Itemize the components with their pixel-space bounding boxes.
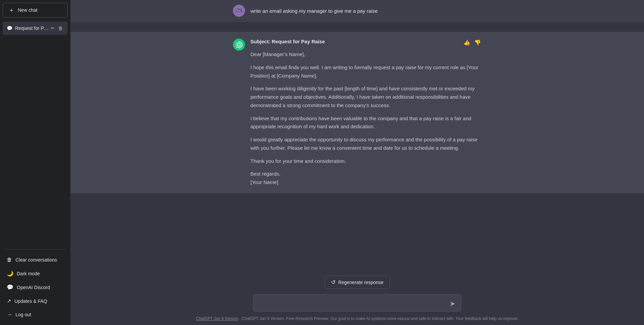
email-paragraph-2: I have been working diligently for the p… xyxy=(250,85,482,109)
discord-label: OpenAI Discord xyxy=(17,285,50,290)
edit-conversation-button[interactable]: ✏ xyxy=(50,25,55,32)
email-paragraph-4: I would greatly appreciate the opportuni… xyxy=(250,136,482,152)
regenerate-button[interactable]: ↺ Regenerate response xyxy=(325,276,390,289)
email-paragraph-0: Dear [Manager's Name], xyxy=(250,50,482,59)
conversation-label: Request for Pay Raise xyxy=(15,26,50,31)
assistant-message: Subject: Request for Pay Raise 👍 👎 Dear … xyxy=(71,32,644,193)
updates-faq-label: Updates & FAQ xyxy=(14,298,47,304)
user-emoji: 🎮 xyxy=(235,7,243,14)
assistant-avatar xyxy=(233,39,245,51)
bottom-area: ↺ Regenerate response ➤ ChatGPT Jan 9 Ve… xyxy=(71,270,644,325)
assistant-header: Subject: Request for Pay Raise 👍 👎 xyxy=(250,39,482,46)
regenerate-label: Regenerate response xyxy=(338,280,384,285)
sidebar-bottom: 🗑 Clear conversations 🌙 Dark mode 💬 Open… xyxy=(0,252,70,325)
delete-conversation-button[interactable]: 🗑 xyxy=(57,25,64,32)
log-out-button[interactable]: → Log out xyxy=(3,308,68,321)
email-paragraph-1: I hope this email finds you well. I am w… xyxy=(250,63,482,80)
user-message-text: write an email asking my manager to give… xyxy=(250,8,378,14)
footer-link[interactable]: ChatGPT Jan 9 Version xyxy=(196,316,238,321)
send-button[interactable]: ➤ xyxy=(448,298,457,309)
plus-icon: ＋ xyxy=(8,7,14,13)
updates-faq-button[interactable]: ↗ Updates & FAQ xyxy=(3,294,68,308)
external-link-icon: ↗ xyxy=(7,298,11,304)
email-body: Dear [Manager's Name], I hope this email… xyxy=(250,50,482,187)
conversations-list: 💬 Request for Pay Raise ✏ 🗑 xyxy=(0,20,70,246)
input-container: ➤ xyxy=(233,294,482,313)
email-paragraph-3: I believe that my contributions have bee… xyxy=(250,114,482,131)
thumbs-up-button[interactable]: 👍 xyxy=(463,39,471,46)
user-avatar: 🎮 xyxy=(233,5,245,17)
dark-mode-button[interactable]: 🌙 Dark mode xyxy=(3,267,68,280)
discord-icon: 💬 xyxy=(7,284,13,290)
regenerate-icon: ↺ xyxy=(331,279,335,285)
sidebar: ＋ New chat 💬 Request for Pay Raise ✏ 🗑 🗑… xyxy=(0,0,71,325)
discord-button[interactable]: 💬 OpenAI Discord xyxy=(3,281,68,294)
chat-icon: 💬 xyxy=(7,26,12,31)
chat-content: Subject: Request for Pay Raise 👍 👎 Dear … xyxy=(71,22,644,270)
trash-icon: 🗑 xyxy=(7,257,12,263)
chatgpt-logo-icon xyxy=(235,41,243,48)
footer-text: ChatGPT Jan 9 Version . ChatGPT Jan 9 Ve… xyxy=(189,313,525,325)
sidebar-divider xyxy=(4,249,66,249)
email-paragraph-6: Best regards, [Your Name] xyxy=(250,170,482,187)
log-out-label: Log out xyxy=(15,312,31,317)
main-content: 🎮 write an email asking my manager to gi… xyxy=(71,0,644,325)
clear-conversations-button[interactable]: 🗑 Clear conversations xyxy=(3,253,68,266)
moon-icon: 🌙 xyxy=(7,270,13,277)
new-chat-label: New chat xyxy=(18,7,37,13)
new-chat-button[interactable]: ＋ New chat xyxy=(3,3,68,17)
assistant-content: Subject: Request for Pay Raise 👍 👎 Dear … xyxy=(250,39,482,187)
dark-mode-label: Dark mode xyxy=(17,271,40,276)
conversation-item[interactable]: 💬 Request for Pay Raise ✏ 🗑 xyxy=(3,21,68,35)
chat-input[interactable] xyxy=(253,294,461,312)
logout-icon: → xyxy=(7,312,12,318)
feedback-icons: 👍 👎 xyxy=(463,39,482,46)
clear-conversations-label: Clear conversations xyxy=(15,257,57,263)
thumbs-down-button[interactable]: 👎 xyxy=(474,39,482,46)
email-subject: Subject: Request for Pay Raise xyxy=(250,39,325,44)
email-paragraph-5: Thank you for your time and consideratio… xyxy=(250,157,482,166)
send-icon: ➤ xyxy=(450,300,455,307)
user-message-bar: 🎮 write an email asking my manager to gi… xyxy=(71,0,644,22)
